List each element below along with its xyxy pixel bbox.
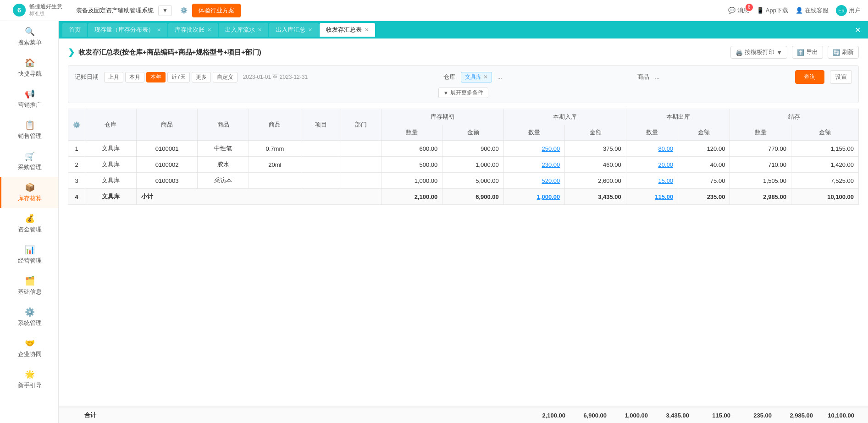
- cell-code: 0100002: [136, 157, 198, 173]
- sidebar-item-operation[interactable]: 📊 经营管理: [0, 239, 58, 270]
- filter-area: 记账日期 上月 本月 本年 近7天 更多 自定义 2023-01-01 至 20…: [68, 65, 859, 103]
- sidebar-item-sales[interactable]: 📋 销售管理: [0, 115, 58, 146]
- subtotal-in-qty[interactable]: 1,000.00: [503, 189, 565, 205]
- tab-flow[interactable]: 出入库流水 ✕: [219, 23, 268, 37]
- user-item[interactable]: Ea 用户: [836, 5, 861, 16]
- cell-in-amt: 375.00: [565, 141, 626, 157]
- cell-in-qty[interactable]: 250.00: [503, 141, 565, 157]
- warehouse-tag-remove[interactable]: ✕: [483, 74, 488, 80]
- app-download-item[interactable]: 📱 App下载: [757, 6, 788, 15]
- subtotal-bal-amt: 10,100.00: [791, 189, 858, 205]
- collapse-btn[interactable]: ❯: [68, 47, 75, 57]
- cell-out-qty[interactable]: 15.00: [626, 173, 678, 189]
- app-download-label: App下载: [766, 6, 788, 15]
- th-init-amt: 金额: [442, 125, 504, 141]
- message-icon: 💬: [728, 7, 735, 14]
- th-in-amt: 金额: [565, 125, 626, 141]
- page-title-bar: ❯ 收发存汇总表(按仓库+商品编码+商品+规格型号+项目+部门) 🖨️ 按模板打…: [68, 46, 859, 59]
- system-dropdown[interactable]: ▼: [158, 5, 172, 16]
- sidebar-item-system[interactable]: ⚙️ 系统管理: [0, 302, 58, 333]
- sidebar-label-finance: 资金管理: [18, 225, 42, 234]
- settings-gear[interactable]: ⚙️: [180, 7, 188, 14]
- online-service-item[interactable]: 👤 在线客服: [796, 6, 829, 15]
- tab-inventory-label: 现存量（库存分布表）: [94, 26, 154, 34]
- sidebar-label-marketing: 营销推广: [18, 101, 42, 109]
- tab-inventory[interactable]: 现存量（库存分布表） ✕: [88, 23, 167, 37]
- sidebar-label-operation: 经营管理: [18, 257, 42, 265]
- sidebar-item-marketing[interactable]: 📢 营销推广: [0, 83, 58, 115]
- date-btn-custom[interactable]: 自定义: [213, 72, 238, 82]
- cell-out-amt: 120.00: [678, 141, 730, 157]
- cell-in-qty[interactable]: 230.00: [503, 157, 565, 173]
- sidebar-label-inventory: 库存核算: [18, 194, 42, 203]
- warehouse-tag-text: 文具库: [465, 73, 481, 81]
- sidebar-item-coop[interactable]: 🤝 企业协同: [0, 333, 58, 364]
- tab-collect-close[interactable]: ✕: [365, 27, 369, 33]
- sidebar-item-quick[interactable]: 🏠 快捷导航: [0, 52, 58, 83]
- cell-out-amt: 40.00: [678, 157, 730, 173]
- cell-no: 1: [68, 141, 85, 157]
- sidebar-item-purchase[interactable]: 🛒 采购管理: [0, 146, 58, 177]
- total-init-amt: 6,900.00: [570, 412, 611, 419]
- message-item[interactable]: 💬 消息 6: [728, 6, 749, 15]
- tab-summary-close[interactable]: ✕: [308, 27, 312, 33]
- cell-warehouse: 文具库: [85, 141, 137, 157]
- template-print-button[interactable]: 🖨️ 按模板打印 ▼: [730, 46, 787, 59]
- chevron-down-icon: ▼: [776, 49, 782, 56]
- system-icon: ⚙️: [25, 307, 35, 317]
- date-btn-7days[interactable]: 近7天: [167, 72, 190, 82]
- tab-collect-label: 收发存汇总表: [326, 26, 362, 34]
- cell-out-qty[interactable]: 80.00: [626, 141, 678, 157]
- tab-batch[interactable]: 库存批次账 ✕: [168, 23, 218, 37]
- date-btn-lastmonth[interactable]: 上月: [104, 72, 123, 82]
- total-init-qty: 2,100.00: [529, 412, 570, 419]
- table-row: 2 文具库 0100002 胶水 20ml 500.00 1,000.00 23…: [68, 157, 859, 173]
- date-btn-more[interactable]: 更多: [192, 72, 211, 82]
- sidebar-item-finance[interactable]: 💰 资金管理: [0, 208, 58, 239]
- content-wrapper: ❯ 收发存汇总表(按仓库+商品编码+商品+规格型号+项目+部门) 🖨️ 按模板打…: [59, 38, 868, 423]
- refresh-button[interactable]: 🔄 刷新: [828, 46, 859, 59]
- tab-batch-close[interactable]: ✕: [207, 27, 211, 33]
- date-btn-thismonth[interactable]: 本月: [125, 72, 144, 82]
- total-bal-qty: 2,985.00: [776, 412, 818, 419]
- logo-main: 畅捷通好生意: [29, 3, 62, 11]
- th-in-qty: 数量: [503, 125, 565, 141]
- export-button[interactable]: ⬆️ 导出: [792, 46, 823, 59]
- expand-btn[interactable]: ▼ 展开更多条件: [438, 88, 489, 98]
- goods-more[interactable]: ...: [655, 74, 659, 80]
- sidebar-item-basic[interactable]: 🗂️ 基础信息: [0, 270, 58, 302]
- th-init-qty: 数量: [381, 125, 442, 141]
- th-out-amt: 金额: [678, 125, 730, 141]
- sidebar-label-quick: 快捷导航: [18, 70, 42, 78]
- tab-summary-label: 出入库汇总: [276, 26, 305, 34]
- cell-out-qty[interactable]: 20.00: [626, 157, 678, 173]
- sidebar-item-newbie[interactable]: 🌟 新手引导: [0, 364, 58, 395]
- sidebar-item-search[interactable]: 🔍 搜索菜单: [0, 21, 58, 52]
- settings-button[interactable]: 设置: [830, 70, 852, 84]
- cell-spec: [249, 173, 301, 189]
- tab-collect[interactable]: 收发存汇总表 ✕: [320, 23, 375, 37]
- th-name1: 商品: [198, 109, 249, 141]
- purchase-icon: 🛒: [25, 151, 35, 161]
- tab-home-label: 首页: [69, 26, 81, 34]
- cell-in-amt: 460.00: [565, 157, 626, 173]
- date-btn-thisyear[interactable]: 本年: [146, 72, 166, 82]
- tab-summary[interactable]: 出入库汇总 ✕: [269, 23, 319, 37]
- subtotal-out-qty[interactable]: 115.00: [626, 189, 678, 205]
- tab-bar-close[interactable]: ✕: [851, 24, 864, 36]
- trial-button[interactable]: 体验行业方案: [192, 4, 241, 17]
- cell-in-qty[interactable]: 520.00: [503, 173, 565, 189]
- tab-inventory-close[interactable]: ✕: [157, 27, 161, 33]
- sidebar-item-inventory[interactable]: 📦 库存核算: [0, 177, 58, 208]
- th-out-qty: 数量: [626, 125, 678, 141]
- warehouse-tag: 文具库 ✕: [461, 72, 492, 82]
- cell-spec: 20ml: [249, 157, 301, 173]
- th-settings: ⚙️: [68, 109, 85, 141]
- warehouse-more[interactable]: ...: [498, 74, 502, 80]
- cell-init-qty: 1,000.00: [381, 173, 442, 189]
- tab-flow-close[interactable]: ✕: [258, 27, 262, 33]
- cell-code: 0100003: [136, 173, 198, 189]
- tab-home[interactable]: 首页: [62, 23, 87, 37]
- query-button[interactable]: 查询: [795, 70, 824, 84]
- cell-bal-qty: 770.00: [730, 141, 791, 157]
